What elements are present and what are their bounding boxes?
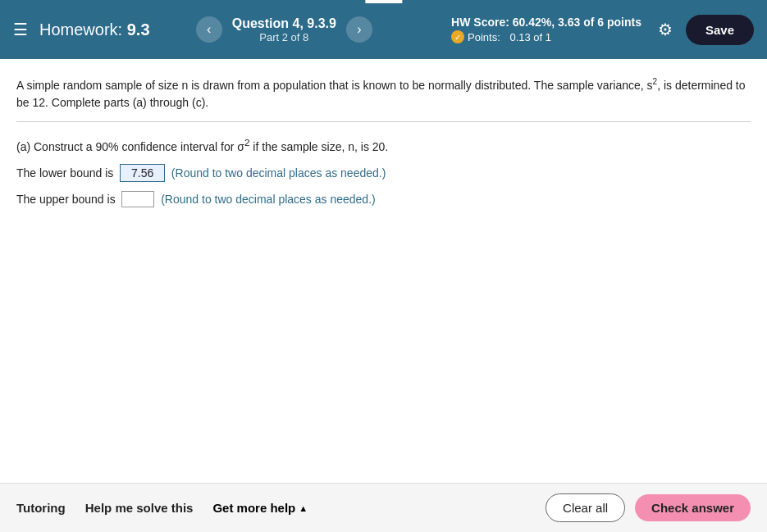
lower-bound-input[interactable] xyxy=(120,164,165,182)
header: ☰ Homework: 9.3 ‹ Question 4, 9.3.9 Part… xyxy=(0,0,767,59)
save-button[interactable]: Save xyxy=(686,15,754,45)
score-section: HW Score: 60.42%, 3.63 of 6 points ✓ Poi… xyxy=(451,16,641,43)
help-me-solve-button[interactable]: Help me solve this xyxy=(85,501,194,515)
footer-right: Clear all Check answer xyxy=(546,493,751,522)
points-icon: ✓ xyxy=(451,30,464,43)
question-part: Part 2 of 8 xyxy=(232,31,336,43)
prev-question-button[interactable]: ‹ xyxy=(196,16,222,43)
tutoring-button[interactable]: Tutoring xyxy=(16,501,66,515)
main-content: A simple random sample of size n is draw… xyxy=(0,59,767,483)
footer: Tutoring Help me solve this Get more hel… xyxy=(0,483,767,532)
question-navigation: ‹ Question 4, 9.3.9 Part 2 of 8 › xyxy=(196,16,372,43)
clear-all-button[interactable]: Clear all xyxy=(546,493,625,522)
settings-icon[interactable]: ⚙ xyxy=(658,20,673,39)
question-title: Question 4, 9.3.9 xyxy=(232,16,336,31)
upper-bound-input[interactable] xyxy=(121,191,154,207)
question-info: Question 4, 9.3.9 Part 2 of 8 xyxy=(232,16,336,43)
check-answer-button[interactable]: Check answer xyxy=(635,494,751,521)
part-a-instruction: (a) Construct a 90% confidence interval … xyxy=(16,135,751,156)
question-part-a: (a) Construct a 90% confidence interval … xyxy=(16,135,751,209)
next-question-button[interactable]: › xyxy=(346,16,372,43)
lower-bound-line: The lower bound is (Round to two decimal… xyxy=(16,164,751,182)
upper-bound-line: The upper bound is (Round to two decimal… xyxy=(16,190,751,208)
get-more-help-button[interactable]: Get more help ▲ xyxy=(212,501,308,515)
chevron-up-icon: ▲ xyxy=(299,503,308,513)
hw-score: HW Score: 60.42%, 3.63 of 6 points xyxy=(451,16,641,29)
problem-text: A simple random sample of size n is draw… xyxy=(16,75,751,111)
points-line: ✓ Points: 0.13 of 1 xyxy=(451,30,641,43)
divider xyxy=(16,121,751,122)
homework-label: Homework: 9.3 xyxy=(39,20,150,39)
menu-icon[interactable]: ☰ xyxy=(13,20,28,39)
